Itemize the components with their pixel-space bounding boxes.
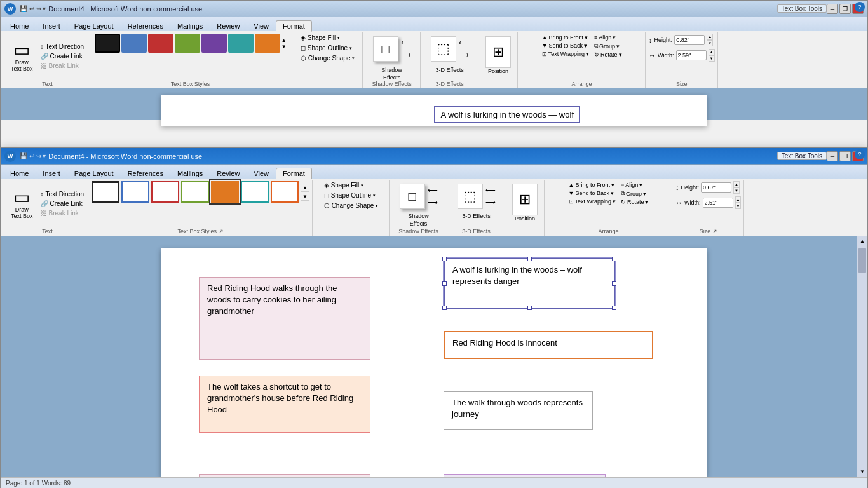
text-wrap-btn-top[interactable]: ⊡ Text Wrapping ▾: [541, 50, 590, 58]
width-up-top[interactable]: ▲: [709, 49, 715, 55]
swatch-orange-selected-main[interactable]: [211, 181, 239, 203]
shadow-btn-main[interactable]: □ ⟵ ⟶: [396, 181, 442, 212]
shape-fill-btn-main[interactable]: ◈ Shape Fill ▾: [322, 181, 365, 189]
rotate-btn-main[interactable]: ↻ Rotate ▾: [620, 198, 650, 206]
minimize-main[interactable]: ─: [827, 151, 838, 161]
maximize-main[interactable]: ❐: [839, 151, 851, 161]
textbox-rrh-innocent[interactable]: Red Riding Hood is innocent: [444, 331, 653, 359]
handle-tc[interactable]: [527, 257, 532, 261]
textbox-wolf-lurking[interactable]: A wolf is lurking in the woods – wolf re…: [444, 258, 615, 309]
handle-br[interactable]: [612, 306, 616, 310]
width-input-top[interactable]: [676, 50, 707, 60]
swatch-blue-top[interactable]: [121, 34, 147, 53]
change-shape-btn-main[interactable]: ⬡ Change Shape ▾: [322, 201, 381, 210]
tab-format-top[interactable]: Format: [276, 20, 312, 32]
text-wrap-btn-main[interactable]: ⊡ Text Wrapping ▾: [567, 198, 617, 205]
height-down-top[interactable]: ▼: [707, 40, 713, 46]
rotate-btn-top[interactable]: ↻ Rotate ▾: [593, 51, 623, 58]
swatch-scroll-up[interactable]: ▲: [281, 37, 287, 43]
textbox-grandmother-opens[interactable]: Grandmother opens the door to the: [199, 474, 370, 477]
height-input-main[interactable]: [701, 182, 731, 193]
tab-review-main[interactable]: Review: [210, 168, 247, 179]
tab-mailings-top[interactable]: Mailings: [170, 20, 210, 31]
help-btn-main[interactable]: ?: [855, 149, 865, 159]
bring-front-btn-top[interactable]: ▲ Bring to Front ▾: [541, 34, 590, 41]
tab-review-top[interactable]: Review: [210, 20, 247, 31]
3d-right-main[interactable]: ⟶: [485, 198, 496, 207]
align-btn-main[interactable]: ≡ Align ▾: [620, 181, 650, 189]
draw-textbox-btn-main[interactable]: ▭ DrawText Box: [7, 186, 37, 222]
create-link-btn-top[interactable]: 🔗 Create Link: [39, 52, 86, 60]
3d-right-icon[interactable]: ⟶: [459, 51, 469, 59]
size-expand-main[interactable]: ↗: [712, 228, 717, 234]
swatch-blue-main[interactable]: [121, 181, 149, 203]
swatch-scroll-down[interactable]: ▼: [281, 44, 287, 50]
scroll-up-btn[interactable]: ▲: [858, 237, 866, 245]
height-input-top[interactable]: [674, 35, 705, 45]
minimize-top[interactable]: ─: [827, 4, 838, 14]
shadow-left-icon[interactable]: ⟵: [401, 39, 411, 47]
height-up-top[interactable]: ▲: [707, 34, 713, 40]
group-btn-main[interactable]: ⧉ Group ▾: [620, 189, 650, 198]
shadow-btn-top[interactable]: □ ⟵ ⟶: [369, 34, 415, 64]
position-btn-top[interactable]: ⊞ Position: [482, 34, 515, 77]
handle-bl[interactable]: [442, 306, 447, 310]
tab-insert-top[interactable]: Insert: [36, 20, 67, 31]
swatch-teal-main[interactable]: [241, 181, 269, 203]
shadow-nudge-right[interactable]: ⟶: [428, 198, 438, 207]
3d-left-icon[interactable]: ⟵: [459, 39, 469, 47]
textbox-walk-woods[interactable]: The walk through woods represents journe…: [444, 391, 593, 430]
partial-textbox-top[interactable]: A wolf is lurking in the woods — wolf: [434, 106, 580, 123]
handle-tl[interactable]: [442, 257, 447, 261]
textbox-tools-tab-top[interactable]: Text Box Tools: [777, 4, 827, 13]
textbox-rrh-walks[interactable]: Red Riding Hood walks through the woods …: [199, 277, 370, 360]
position-btn-main[interactable]: ⊞ Position: [508, 181, 541, 224]
send-back-btn-main[interactable]: ▼ Send to Back ▾: [567, 189, 617, 197]
tab-home-top[interactable]: Home: [3, 20, 36, 31]
height-up-main[interactable]: ▲: [733, 181, 740, 187]
handle-ml[interactable]: [442, 281, 447, 286]
draw-textbox-btn-top[interactable]: ▭ DrawText Box: [7, 39, 37, 74]
textbox-wolf-shortcut[interactable]: The wolf takes a shortcut to get to gran…: [199, 376, 370, 433]
width-input-main[interactable]: [703, 198, 733, 208]
tab-insert-main[interactable]: Insert: [36, 168, 67, 179]
group-btn-top[interactable]: ⧉ Group ▾: [593, 42, 623, 50]
tbstyles-expand-main[interactable]: ↗: [219, 228, 224, 234]
swatch-red-main[interactable]: [151, 181, 179, 203]
width-up-main[interactable]: ▲: [735, 196, 742, 203]
width-down-top[interactable]: ▼: [709, 55, 715, 62]
3d-left-main[interactable]: ⟵: [485, 186, 496, 194]
align-btn-top[interactable]: ≡ Align ▾: [593, 34, 623, 41]
tab-references-main[interactable]: References: [121, 168, 170, 179]
textbox-grandmother-love[interactable]: Grandmother represents love and: [444, 474, 606, 477]
change-shape-btn-top[interactable]: ⬡ Change Shape ▾: [299, 54, 357, 62]
swatch-scroll-down-main[interactable]: ▼: [301, 193, 309, 201]
handle-mr[interactable]: [612, 281, 616, 286]
swatch-green-main[interactable]: [181, 181, 209, 203]
swatch-purple-top[interactable]: [201, 34, 227, 53]
tab-home-main[interactable]: Home: [3, 168, 36, 179]
swatch-red-top[interactable]: [148, 34, 173, 53]
tab-format-main[interactable]: Format: [276, 168, 312, 179]
textbox-tools-tab-main[interactable]: Text Box Tools: [777, 152, 827, 160]
swatch-black-main[interactable]: [92, 181, 119, 203]
3d-btn-main[interactable]: ⬚ ⟵ ⟶: [454, 181, 499, 212]
scroll-down-btn[interactable]: ▼: [858, 468, 866, 476]
shape-outline-btn-top[interactable]: ◻ Shape Outline ▾: [299, 44, 354, 52]
bring-front-btn-main[interactable]: ▲ Bring to Front ▾: [567, 181, 617, 189]
create-link-btn-main[interactable]: 🔗 Create Link: [39, 200, 86, 208]
swatch-orange2-main[interactable]: [271, 181, 299, 203]
tab-mailings-main[interactable]: Mailings: [170, 168, 210, 179]
break-link-btn-main[interactable]: ⛓ Break Link: [39, 209, 86, 217]
swatch-orange-top[interactable]: [255, 34, 280, 53]
handle-bc[interactable]: [527, 306, 532, 310]
handle-tr[interactable]: [612, 257, 616, 261]
tab-view-top[interactable]: View: [247, 20, 276, 31]
text-direction-btn-main[interactable]: ↕ Text Direction: [39, 190, 86, 198]
tab-view-main[interactable]: View: [247, 168, 276, 179]
swatch-green-top[interactable]: [175, 34, 200, 53]
shape-fill-btn-top[interactable]: ◈ Shape Fill ▾: [299, 34, 342, 42]
text-direction-btn-top[interactable]: ↕ Text Direction: [39, 43, 86, 51]
break-link-btn-top[interactable]: ⛓ Break Link: [39, 62, 86, 70]
width-down-main[interactable]: ▼: [735, 203, 742, 209]
